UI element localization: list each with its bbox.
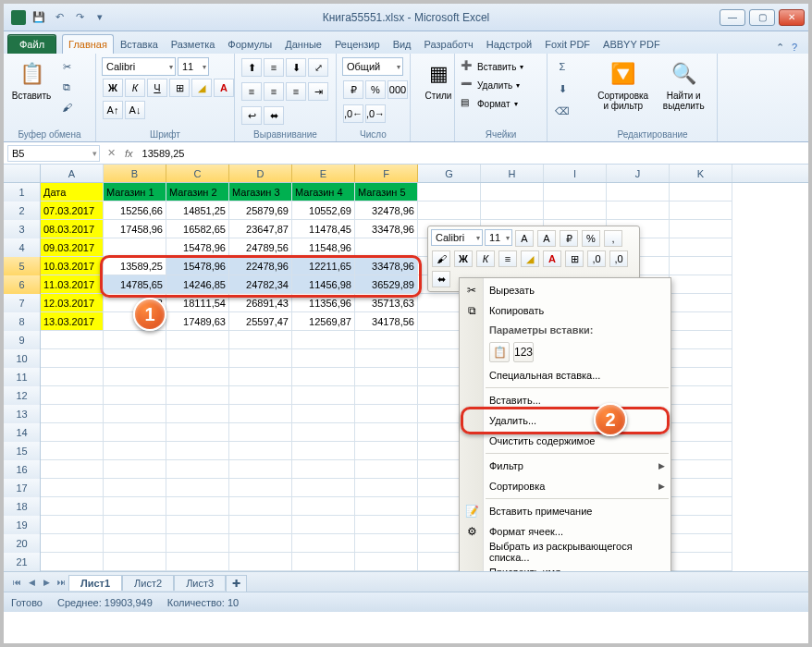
cell[interactable] [292,553,355,571]
cell[interactable]: 18111,54 [166,294,229,312]
sheet-nav-last[interactable]: ⏭ [54,575,68,590]
cell[interactable] [544,183,607,201]
col-header-H[interactable]: H [481,165,544,182]
mini-merge[interactable]: ⬌ [432,271,450,287]
merge-button[interactable]: ⬌ [264,106,284,125]
align-bottom-button[interactable]: ⬇ [286,58,306,77]
mini-italic[interactable]: К [476,250,495,267]
cell[interactable] [670,275,732,294]
cell[interactable]: 33478,96 [355,257,418,275]
cell[interactable] [229,349,292,368]
maximize-button[interactable]: ▢ [749,9,775,26]
row-header[interactable]: 14 [4,423,41,442]
ctx-sort[interactable]: Сортировка▶ [460,476,671,496]
cell[interactable] [229,331,292,349]
align-top-button[interactable]: ⬆ [241,58,262,77]
row-header[interactable]: 17 [4,479,41,497]
col-header-A[interactable]: A [41,165,104,182]
percent-button[interactable]: % [365,80,386,99]
sort-filter-button[interactable]: 🔽 Сортировка и фильтр [594,57,652,113]
cell[interactable] [229,368,292,386]
col-header-I[interactable]: I [544,165,607,182]
cell[interactable] [41,368,104,386]
cell[interactable] [104,386,166,405]
increase-decimal-button[interactable]: ,0← [343,104,363,123]
cell[interactable]: 36529,89 [355,275,418,294]
cell[interactable] [104,405,166,423]
orientation-button[interactable]: ⤢ [308,58,328,77]
cell[interactable] [292,534,355,553]
cell[interactable]: 15256,66 [104,201,166,220]
cell[interactable]: 24782,34 [229,275,292,294]
cell[interactable] [355,331,418,349]
cell[interactable] [670,220,732,238]
minimize-button[interactable]: — [720,9,745,26]
mini-bold[interactable]: Ж [454,250,473,267]
col-header-K[interactable]: K [670,165,732,182]
cell[interactable]: Магазин 5 [355,183,418,201]
cell[interactable] [670,294,732,312]
cell[interactable] [41,331,104,349]
cell[interactable] [355,349,418,368]
col-header-F[interactable]: F [355,165,418,182]
cell[interactable] [292,423,355,442]
cell[interactable] [355,479,418,497]
cell[interactable]: 10552,69 [292,201,355,220]
wrap-text-button[interactable]: ↩ [241,106,262,125]
col-header-E[interactable]: E [292,165,355,182]
cell[interactable] [292,405,355,423]
mini-grow-font[interactable]: A [515,230,534,247]
font-color-button[interactable]: А [214,79,234,97]
cell[interactable]: Магазин 4 [292,183,355,201]
cell[interactable] [670,368,732,386]
col-header-J[interactable]: J [607,165,670,182]
cell[interactable]: 34178,56 [355,312,418,331]
row-header[interactable]: 6 [4,275,41,294]
row-header[interactable]: 11 [4,368,41,386]
cells-insert-button[interactable]: ➕Вставить▾ [461,57,523,76]
tab-abbyy[interactable]: ABBYY PDF [597,34,667,54]
cell[interactable] [166,479,229,497]
cell[interactable] [670,553,732,571]
ctx-clear[interactable]: Очистить содержимое [460,431,671,451]
cell[interactable] [670,183,732,201]
cell[interactable] [166,460,229,479]
cell[interactable]: 23647,87 [229,220,292,238]
cell[interactable] [670,460,732,479]
new-sheet-button[interactable]: ✚ [226,575,247,592]
cell[interactable] [166,442,229,460]
cell[interactable]: 08.03.2017 [41,220,104,238]
cell[interactable] [104,368,166,386]
cell[interactable]: 11456,98 [292,275,355,294]
formula-input[interactable]: 13589,25 [139,148,808,159]
cell[interactable] [166,553,229,571]
cell[interactable] [670,516,732,534]
cell[interactable] [292,497,355,516]
cell[interactable] [670,423,732,442]
cell[interactable] [41,497,104,516]
fx-icon[interactable]: fx [125,148,133,159]
cell[interactable]: 10.03.2017 [41,257,104,275]
mini-format-painter[interactable]: 🖌 [432,250,450,267]
cell[interactable] [166,497,229,516]
cell[interactable]: 11548,96 [292,238,355,257]
paste-option-1[interactable]: 📋 [489,342,510,362]
cell[interactable] [229,386,292,405]
cell[interactable]: 11478,45 [292,220,355,238]
cell[interactable] [355,442,418,460]
italic-button[interactable]: К [125,79,145,97]
close-button[interactable]: ✕ [779,9,805,26]
cell[interactable] [670,201,732,220]
autosum-button[interactable]: Σ [553,57,572,76]
cell[interactable] [104,534,166,553]
cell[interactable] [166,368,229,386]
cell[interactable] [41,386,104,405]
row-header[interactable]: 19 [4,516,41,534]
grow-font-button[interactable]: A↑ [103,101,123,119]
name-box[interactable]: B5 [7,145,100,162]
row-header[interactable]: 16 [4,460,41,479]
mini-currency[interactable]: ₽ [560,230,578,247]
cell[interactable]: 15478,96 [166,238,229,257]
cell[interactable] [670,497,732,516]
ctx-cut[interactable]: ✂Вырезать [460,280,671,300]
